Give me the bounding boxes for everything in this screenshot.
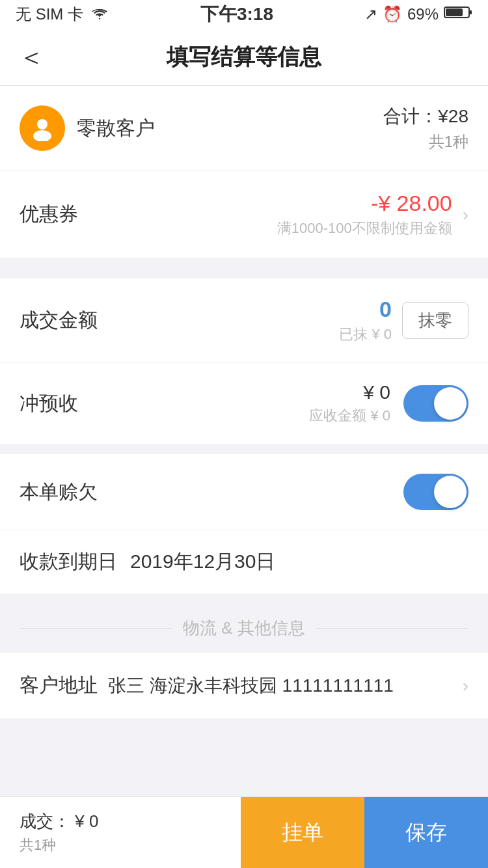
coupon-right: -¥ 28.00 满1000-100不限制使用金额 › [277,191,468,238]
logistics-label: 物流 & 其他信息 [183,617,305,640]
prereceive-toggle[interactable] [403,385,468,422]
round-zero-button[interactable]: 抹零 [402,302,468,339]
address-section: 客户地址 张三 海淀永丰科技园 11111111111 › [0,653,488,719]
transaction-label: 成交金额 [20,307,98,334]
svg-rect-2 [446,8,463,16]
total-amount: 合计：¥28 [383,104,468,129]
coupon-amount: -¥ 28.00 [277,191,452,216]
signal-text: 无 SIM 卡 [16,4,83,25]
transaction-section: 成交金额 0 已抹 ¥ 0 抹零 冲预收 ¥ 0 应收金额 ¥ 0 [0,278,488,444]
customer-row: 零散客户 合计：¥28 共1种 [0,86,488,170]
battery-percent: 69% [407,5,439,23]
address-label: 客户地址 [20,672,98,699]
alarm-icon: ⏰ [383,5,402,23]
nav-bar: ＜ 填写结算等信息 [0,29,488,86]
prereceive-row: 冲预收 ¥ 0 应收金额 ¥ 0 [0,363,488,444]
due-date-label: 收款到期日 [20,549,117,575]
svg-point-4 [33,130,51,141]
prereceive-right: ¥ 0 应收金额 ¥ 0 [309,381,468,426]
transaction-right: 0 已抹 ¥ 0 抹零 [339,297,468,344]
customer-info: 零散客户 [20,105,155,151]
status-right: ↗ ⏰ 69% [364,5,472,23]
svg-point-3 [37,119,47,129]
section-divider-1 [0,268,488,278]
logistics-line-left [20,628,172,629]
section-divider-2 [0,444,488,454]
logistics-line-right [316,628,468,629]
status-time: 下午3:18 [200,2,273,27]
coupon-label: 优惠券 [20,201,78,228]
footer: 成交： ¥ 0 共1种 挂单 保存 [0,796,488,868]
location-icon: ↗ [364,5,377,23]
wifi-icon [90,5,109,23]
save-button[interactable]: 保存 [364,797,488,868]
battery-icon [444,5,472,23]
status-bar: 无 SIM 卡 下午3:18 ↗ ⏰ 69% [0,0,488,29]
transaction-sub: 已抹 ¥ 0 [339,325,392,344]
toggle-knob [434,387,467,420]
prereceive-sub: 应收金额 ¥ 0 [309,406,390,426]
chevron-right-icon: › [463,204,468,225]
debt-toggle[interactable] [403,474,468,510]
address-value: 张三 海淀永丰科技园 11111111111 [98,673,463,698]
prereceive-label: 冲预收 [20,390,78,417]
customer-name: 零散客户 [77,115,155,142]
hold-button[interactable]: 挂单 [241,797,364,868]
coupon-row[interactable]: 优惠券 -¥ 28.00 满1000-100不限制使用金额 › [0,170,488,258]
due-date-value: 2019年12月30日 [130,549,275,575]
debt-row: 本单赊欠 [0,454,488,530]
footer-count: 共1种 [20,835,221,855]
logistics-section-header: 物流 & 其他信息 [0,604,488,653]
due-date-row: 收款到期日 2019年12月30日 [0,530,488,593]
avatar [20,105,65,151]
logistics-header: 物流 & 其他信息 [20,617,468,640]
transaction-row: 成交金额 0 已抹 ¥ 0 抹零 [0,278,488,363]
prereceive-amount: ¥ 0 [309,381,390,403]
customer-section: 零散客户 合计：¥28 共1种 优惠券 -¥ 28.00 满1000-100不限… [0,86,488,258]
svg-rect-1 [469,10,472,14]
address-row[interactable]: 客户地址 张三 海淀永丰科技园 11111111111 › [0,653,488,719]
transaction-value: 0 [339,297,392,322]
debt-toggle-knob [434,476,467,508]
address-chevron-icon: › [463,675,468,696]
coupon-subtext: 满1000-100不限制使用金额 [277,219,452,238]
back-button[interactable]: ＜ [18,39,44,75]
page-title: 填写结算等信息 [167,42,321,72]
debt-label: 本单赊欠 [20,479,98,506]
debt-section: 本单赊欠 收款到期日 2019年12月30日 [0,454,488,593]
customer-total: 合计：¥28 共1种 [383,104,468,152]
status-left: 无 SIM 卡 [16,4,109,25]
footer-transaction: 成交： ¥ 0 [20,810,221,833]
total-count: 共1种 [383,131,468,152]
footer-info: 成交： ¥ 0 共1种 [0,797,241,868]
